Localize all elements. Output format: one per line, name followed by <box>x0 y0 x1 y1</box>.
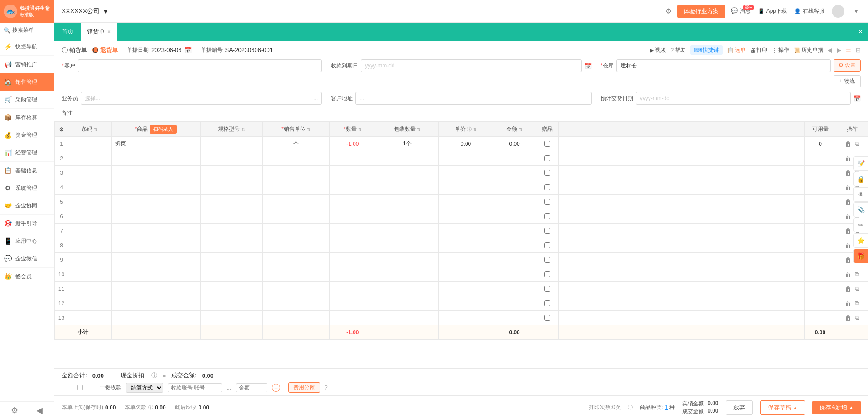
row-amount[interactable] <box>493 209 536 224</box>
delete-row-btn[interactable]: 🗑 <box>844 154 852 163</box>
row-note[interactable] <box>558 166 804 180</box>
row-amount[interactable] <box>493 267 536 282</box>
panel-btn-2[interactable]: 🔒 <box>853 172 868 186</box>
add-payment-btn[interactable]: + <box>272 384 280 392</box>
date-value[interactable]: 2023-06-06 <box>151 47 182 53</box>
copy-row-btn[interactable]: ⧉ <box>854 270 860 279</box>
row-quantity[interactable] <box>329 282 376 296</box>
gift-checkbox[interactable] <box>544 141 550 147</box>
experience-btn[interactable]: 体验行业方案 <box>677 5 725 18</box>
row-package-qty[interactable] <box>376 224 438 238</box>
user-menu-arrow[interactable]: ▼ <box>852 7 861 16</box>
row-unit-price[interactable] <box>438 166 493 180</box>
next-icon[interactable]: ▶ <box>837 47 841 53</box>
row-gift[interactable] <box>536 296 558 311</box>
tab-sales-order[interactable]: 销货单 × <box>81 23 117 41</box>
gift-checkbox[interactable] <box>544 300 550 306</box>
panel-btn-3[interactable]: 👁 <box>853 187 868 202</box>
delete-row-btn[interactable]: 🗑 <box>844 197 852 207</box>
row-note[interactable] <box>558 195 804 209</box>
sidebar-item-inventory[interactable]: 📦 库存核算 <box>0 109 54 126</box>
row-unit[interactable] <box>263 224 329 238</box>
row-package-qty[interactable] <box>376 195 438 209</box>
row-amount[interactable]: 0.00 <box>493 137 536 151</box>
delete-row-btn[interactable]: 🗑 <box>844 241 852 250</box>
row-package-qty[interactable] <box>376 311 438 325</box>
row-product[interactable] <box>111 166 200 180</box>
row-unit-price[interactable] <box>438 238 493 253</box>
discard-btn[interactable]: 放弃 <box>726 400 753 415</box>
panel-btn-1[interactable]: 📝 <box>853 156 868 171</box>
account-dots-btn[interactable]: ... <box>227 385 231 391</box>
settings-btn[interactable]: ⚙ 设置 <box>834 59 861 72</box>
row-note[interactable] <box>558 224 804 238</box>
gift-checkbox[interactable] <box>544 170 550 176</box>
row-barcode[interactable] <box>68 209 112 224</box>
row-unit[interactable] <box>263 195 329 209</box>
tab-close-right[interactable]: × <box>858 28 868 36</box>
delete-row-btn[interactable]: 🗑 <box>844 183 852 192</box>
row-product[interactable] <box>111 253 200 267</box>
row-barcode[interactable] <box>68 238 112 253</box>
sidebar-item-wechat[interactable]: 💬 企业微信 <box>0 250 54 268</box>
row-product[interactable] <box>111 151 200 166</box>
sort-icon[interactable]: ⇅ <box>358 127 362 132</box>
row-unit[interactable] <box>263 311 329 325</box>
row-note[interactable] <box>558 209 804 224</box>
row-spec[interactable] <box>200 209 263 224</box>
row-unit[interactable] <box>263 238 329 253</box>
search-menu[interactable]: 🔍 搜索菜单 <box>0 23 54 38</box>
sidebar-item-finance[interactable]: 💰 资金管理 <box>0 126 54 144</box>
payment-amount-input[interactable] <box>236 383 267 392</box>
row-package-qty[interactable] <box>376 253 438 267</box>
sort-icon[interactable]: ⇅ <box>417 127 421 132</box>
logistics-btn[interactable]: + 物流 <box>834 75 861 87</box>
row-amount[interactable] <box>493 253 536 267</box>
row-gift[interactable] <box>536 253 558 267</box>
row-product[interactable] <box>111 267 200 282</box>
row-barcode[interactable] <box>68 151 112 166</box>
sidebar-item-shortcut[interactable]: ⚡ 快捷导航 <box>0 38 54 56</box>
row-amount[interactable] <box>493 151 536 166</box>
copy-row-btn[interactable]: ⧉ <box>854 299 860 308</box>
row-amount[interactable] <box>493 296 536 311</box>
row-quantity[interactable] <box>329 166 376 180</box>
gift-checkbox[interactable] <box>544 213 550 219</box>
copy-row-btn[interactable]: ⧉ <box>854 284 860 294</box>
payment-help-icon[interactable]: ? <box>325 385 328 391</box>
row-spec[interactable] <box>200 166 263 180</box>
row-barcode[interactable] <box>68 180 112 195</box>
row-product[interactable] <box>111 311 200 325</box>
row-gift[interactable] <box>536 151 558 166</box>
sidebar-item-basic[interactable]: 📋 基础信息 <box>0 162 54 179</box>
warehouse-input[interactable]: 建材仓 ... <box>616 59 830 72</box>
row-product[interactable] <box>111 224 200 238</box>
row-quantity[interactable] <box>329 209 376 224</box>
gift-checkbox[interactable] <box>544 228 550 234</box>
row-spec[interactable] <box>200 137 263 151</box>
sidebar-collapse-btn[interactable]: ◀ <box>29 405 51 415</box>
row-barcode[interactable] <box>68 253 112 267</box>
user-avatar[interactable] <box>832 5 844 18</box>
history-btn[interactable]: 📜 历史单据 <box>794 46 823 54</box>
payment-calendar-icon[interactable]: 📅 <box>584 63 592 69</box>
sort-icon[interactable]: ⇅ <box>94 127 97 132</box>
row-note[interactable] <box>558 180 804 195</box>
print-count-icon[interactable]: ⓘ <box>628 404 633 411</box>
calendar-icon[interactable]: 📅 <box>184 47 192 53</box>
message-btn[interactable]: 💬 消息 99+ <box>731 7 751 15</box>
sidebar-item-system[interactable]: ⚙ 系统管理 <box>0 179 54 197</box>
row-unit-price[interactable] <box>438 151 493 166</box>
gift-checkbox[interactable] <box>544 286 550 292</box>
row-unit-price[interactable] <box>438 224 493 238</box>
arrears-info-icon[interactable]: ⓘ <box>148 404 153 411</box>
row-spec[interactable] <box>200 224 263 238</box>
row-note[interactable] <box>558 238 804 253</box>
row-product[interactable] <box>111 282 200 296</box>
row-spec[interactable] <box>200 195 263 209</box>
row-unit-price[interactable] <box>438 267 493 282</box>
row-unit-price[interactable] <box>438 209 493 224</box>
sidebar-settings-btn[interactable]: ⚙ <box>4 405 25 415</box>
settlement-select[interactable]: 结算方式 <box>126 383 163 393</box>
customer-address-input[interactable]: ... <box>355 92 591 105</box>
